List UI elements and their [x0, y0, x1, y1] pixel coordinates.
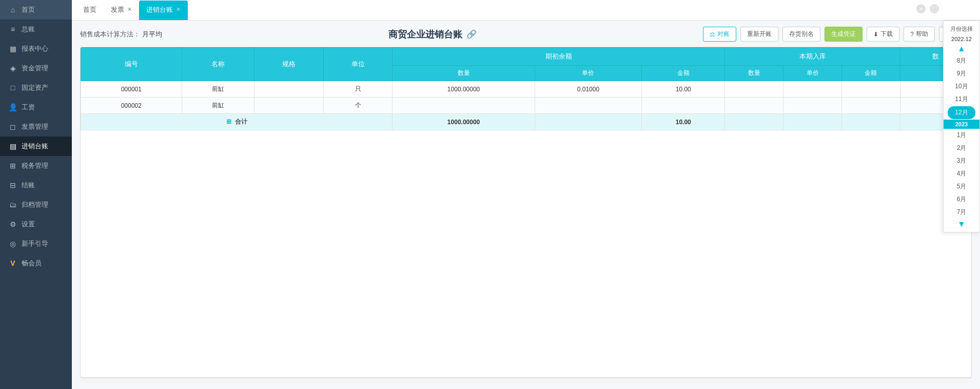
month-panel-year-2023: 2023: [944, 120, 979, 129]
sidebar-item-label: 新手引导: [22, 239, 48, 248]
month-item-8[interactable]: 8月: [944, 54, 979, 67]
col-spec-header: 规格: [254, 48, 324, 81]
window-close-button[interactable]: ✕: [916, 4, 926, 13]
assets-icon: □: [8, 84, 17, 92]
help-icon: ?: [910, 31, 914, 38]
month-item-11[interactable]: 11月: [944, 93, 979, 106]
month-item-12[interactable]: 12月: [948, 106, 975, 119]
sidebar-item-label: 固定资产: [22, 83, 48, 92]
sidebar-item-guide[interactable]: ◎ 新手引导: [0, 234, 72, 254]
month-item-5[interactable]: 5月: [944, 180, 979, 193]
sidebar-item-payroll[interactable]: 👤 工资: [0, 98, 72, 117]
month-panel-up-arrow[interactable]: ▲: [957, 43, 966, 54]
reconcile-icon: ⚖: [710, 31, 715, 38]
sidebar-item-settings[interactable]: ⚙ 设置: [0, 215, 72, 234]
sidebar-item-funds[interactable]: ◈ 资金管理: [0, 59, 72, 78]
save-alias-button[interactable]: 存货别名: [782, 27, 820, 42]
sidebar-item-vip[interactable]: V 畅会员: [0, 254, 72, 273]
close-acct-icon: ⊟: [8, 181, 17, 189]
table-container: 编号 名称 规格 单位 期初余额 本期入库 数 数量 单价 金额 数量 单价: [80, 47, 972, 378]
toolbar-row: 销售成本计算方法： 月平均 商贸企业进销台账 🔗 ⚖ 对账 重新开账 存货别名 …: [80, 27, 972, 42]
month-item-1[interactable]: 1月: [944, 129, 979, 142]
in-amount-header: 金额: [842, 66, 900, 81]
total-label-cell: ⊞ 合计: [81, 114, 393, 130]
tab-home-label: 首页: [83, 5, 96, 14]
month-item-3[interactable]: 3月: [944, 154, 979, 167]
month-item-4[interactable]: 4月: [944, 167, 979, 180]
total-row: ⊞ 合计 1000.00000 10.00: [81, 114, 971, 130]
tab-purchase-sales-label: 进销台账: [146, 5, 173, 14]
col-unit-header: 单位: [323, 48, 393, 81]
sidebar-item-close[interactable]: ⊟ 结账: [0, 176, 72, 195]
page-title: 商贸企业进销台账: [388, 28, 462, 41]
total-start-unit-price: [535, 114, 641, 130]
reconcile-button[interactable]: ⚖ 对账: [703, 27, 736, 42]
cost-method-label: 销售成本计算方法：: [80, 30, 140, 39]
sidebar-item-label: 畅会员: [22, 259, 42, 268]
reports-icon: ▦: [8, 45, 17, 53]
col-name-header: 名称: [182, 48, 254, 81]
tab-invoice-label: 发票: [111, 5, 124, 14]
row2-name: 前缸: [182, 98, 254, 114]
generate-voucher-button[interactable]: 生成凭证: [825, 27, 863, 42]
total-start-qty: 1000.00000: [393, 114, 535, 130]
sidebar-item-label: 报表中心: [22, 44, 48, 53]
title-info-icon[interactable]: 🔗: [466, 29, 477, 39]
month-item-2[interactable]: 2月: [944, 142, 979, 154]
sidebar-item-label: 总账: [22, 25, 35, 34]
row1-unit: 只: [323, 81, 393, 98]
month-panel-down-arrow[interactable]: ▼: [957, 219, 966, 230]
total-icon: ⊞: [226, 118, 231, 125]
row2-spec: [254, 98, 324, 114]
sidebar: ⌂ 首页 ≡ 总账 ▦ 报表中心 ◈ 资金管理 □ 固定资产 👤 工资 ◻ 发票…: [0, 0, 72, 389]
purchase-sales-icon: ▤: [8, 142, 17, 150]
total-in-qty: [725, 114, 783, 130]
sidebar-item-archive[interactable]: 🗂 归档管理: [0, 195, 72, 215]
month-panel-title: 月份选择: [950, 23, 973, 35]
tab-home[interactable]: 首页: [76, 1, 104, 20]
invoice-mgmt-icon: ◻: [8, 123, 17, 131]
home-icon: ⌂: [8, 6, 17, 14]
horizontal-scrollbar[interactable]: [80, 378, 972, 383]
row1-in-amount: [842, 81, 900, 98]
sidebar-item-ledger[interactable]: ≡ 总账: [0, 20, 72, 39]
month-item-9[interactable]: 9月: [944, 67, 979, 80]
help-button[interactable]: ? 帮助: [904, 27, 935, 42]
reopen-button[interactable]: 重新开账: [740, 27, 778, 42]
row2-start-qty: [393, 98, 535, 114]
sidebar-item-label: 工资: [22, 103, 35, 112]
settings-icon: ⚙: [8, 220, 17, 228]
month-panel: 月份选择 2022.12 ▲ 8月 9月 10月 11月 12月 2023 1月…: [943, 21, 980, 232]
sidebar-item-invoice-mgmt[interactable]: ◻ 发票管理: [0, 117, 72, 137]
sidebar-item-assets[interactable]: □ 固定资产: [0, 78, 72, 98]
start-qty-header: 数量: [393, 66, 535, 81]
tab-purchase-sales[interactable]: 进销台账 ✕: [139, 1, 188, 20]
month-item-7[interactable]: 7月: [944, 206, 979, 219]
funds-icon: ◈: [8, 64, 17, 72]
sidebar-item-home[interactable]: ⌂ 首页: [0, 0, 72, 20]
month-item-6[interactable]: 6月: [944, 193, 979, 206]
sidebar-item-label: 进销台账: [22, 142, 48, 151]
toolbar-buttons: ⚖ 对账 重新开账 存货别名 生成凭证 ⬇ 下载 ? 帮助: [703, 27, 972, 42]
tab-bar: 首页 发票 ✕ 进销台账 ✕: [72, 0, 980, 21]
tab-purchase-sales-close[interactable]: ✕: [176, 6, 181, 13]
in-unit-price-header: 单价: [783, 66, 842, 81]
window-maximize-button[interactable]: ⛶: [930, 4, 939, 13]
total-start-amount: 10.00: [642, 114, 725, 130]
sidebar-item-reports[interactable]: ▦ 报表中心: [0, 39, 72, 59]
sidebar-item-label: 税务管理: [22, 161, 48, 170]
main-table: 编号 名称 规格 单位 期初余额 本期入库 数 数量 单价 金额 数量 单价: [81, 47, 971, 130]
sidebar-item-purchase-sales[interactable]: ▤ 进销台账: [0, 137, 72, 156]
sidebar-item-label: 资金管理: [22, 64, 48, 73]
month-item-10[interactable]: 10月: [944, 80, 979, 93]
tab-invoice[interactable]: 发票 ✕: [104, 1, 139, 20]
main-area: ✕ ⛶ 首页 发票 ✕ 进销台账 ✕ 销售成本计算方法： 月平均 商贸企业进销台…: [72, 0, 980, 389]
sidebar-item-tax[interactable]: ⊞ 税务管理: [0, 156, 72, 176]
download-button[interactable]: ⬇ 下载: [867, 27, 899, 42]
row1-in-qty: [725, 81, 783, 98]
sidebar-item-label: 归档管理: [22, 200, 48, 209]
row1-code: 000001: [81, 81, 182, 98]
start-amount-header: 金额: [642, 66, 725, 81]
tab-invoice-close[interactable]: ✕: [127, 6, 132, 13]
page-title-area: 商贸企业进销台账 🔗: [162, 28, 703, 41]
